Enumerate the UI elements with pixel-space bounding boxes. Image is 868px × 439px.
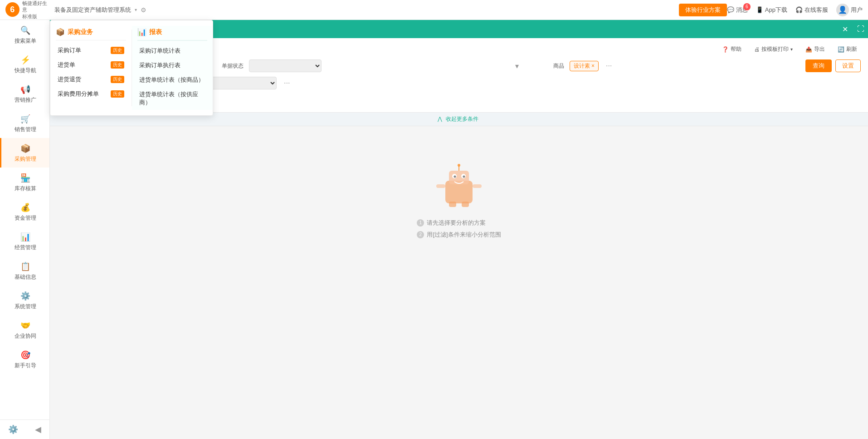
purchase-dropdown-menu: 📦 采购业务 采购订单 历史 进货单 历史 进货退货 历史 采购费用分摊单 历史…	[50, 20, 213, 116]
close-all-tabs-icon[interactable]: ✕	[837, 25, 853, 34]
logo-text: 畅捷通好生意 标准版	[22, 0, 51, 20]
help-btn[interactable]: ❓ 帮助	[718, 44, 745, 55]
product-dots[interactable]: ···	[604, 62, 614, 70]
svg-rect-11	[462, 202, 469, 207]
svg-point-4	[454, 176, 456, 178]
menu-report-item-进货单统计表（按供应商）[interactable]: 进货单统计表（按供应商）	[137, 87, 208, 110]
system-icon: ⚙️	[20, 291, 30, 301]
menu-report-item-采购订单执行表[interactable]: 采购订单执行表	[137, 58, 208, 73]
print-icon: 🖨	[754, 46, 760, 53]
export-icon: 📤	[805, 46, 812, 53]
menu-item-采购费用分摊单[interactable]: 采购费用分摊单 历史	[56, 87, 126, 101]
marketing-icon: 📢	[20, 84, 30, 94]
collapse-icon: ⋀	[438, 116, 442, 122]
sidebar-item-operation[interactable]: 📊 经营管理	[0, 227, 49, 256]
empty-state: 1 请先选择要分析的方案 2 用[过滤]条件来缩小分析范围	[50, 126, 868, 277]
headset-icon: 🎧	[795, 6, 803, 13]
voucher-status-select[interactable]	[249, 59, 322, 72]
refresh-btn[interactable]: 🔄 刷新	[834, 44, 861, 55]
report-title: 📊 报表	[137, 26, 208, 41]
svg-rect-10	[449, 202, 456, 207]
product-tag: 设计素 ×	[570, 61, 599, 71]
newbie-icon: 🎯	[20, 350, 30, 360]
print-arrow-icon: ▾	[790, 47, 793, 52]
refresh-icon: 🔄	[838, 46, 844, 53]
user-item[interactable]: 👤 用户	[836, 4, 863, 16]
phone-icon: 📱	[756, 6, 763, 13]
svg-point-7	[458, 164, 460, 167]
export-btn[interactable]: 📤 导出	[802, 44, 829, 55]
system-title: 装备及固定资产辅助管理系统 ▾ ⚙	[51, 6, 675, 14]
query-button[interactable]: 查询	[805, 59, 832, 72]
online-service-item[interactable]: 🎧 在线客服	[795, 6, 828, 14]
report-icon: 📊	[137, 28, 146, 36]
inventory-icon: 🏪	[20, 173, 30, 183]
message-icon: 💬	[727, 6, 734, 13]
sidebar-item-inventory[interactable]: 🏪 库存核算	[0, 168, 49, 197]
sidebar-item-marketing[interactable]: 📢 营销推广	[0, 79, 49, 109]
message-icon-item[interactable]: 💬 消息 6	[727, 6, 748, 14]
quick-nav-icon: ⚡	[20, 55, 30, 65]
layout: 🔍 搜索菜单 ⚡ 快捷导航 📢 营销推广 🛒 销售管理 📦 采购管理 🏪 库存核…	[0, 20, 868, 439]
sidebar-item-search[interactable]: 🔍 搜索菜单	[0, 20, 49, 49]
finance-icon: 💰	[20, 202, 30, 212]
enterprise-icon: 🤝	[20, 321, 30, 330]
menu-item-进货退货[interactable]: 进货退货 历史	[56, 72, 126, 87]
purchase-icon: 📦	[56, 28, 65, 36]
dropdown-arrow-icon[interactable]: ▾	[135, 7, 137, 12]
salesperson-select[interactable]	[204, 77, 277, 89]
logo: 6 畅捷通好生意 标准版	[5, 0, 51, 20]
sidebar-bottom: ⚙️ ◀	[0, 419, 49, 439]
purchase-icon: 📦	[20, 143, 30, 153]
sidebar-settings-icon[interactable]: ⚙️	[8, 424, 18, 434]
settings-icon[interactable]: ⚙	[141, 6, 146, 14]
app-download-item[interactable]: 📱 App下载	[756, 6, 787, 14]
sidebar: 🔍 搜索菜单 ⚡ 快捷导航 📢 营销推广 🛒 销售管理 📦 采购管理 🏪 库存核…	[0, 20, 50, 439]
purchase-business-title: 📦 采购业务	[56, 26, 126, 40]
operation-icon: 📊	[20, 232, 30, 242]
sidebar-item-basic-info[interactable]: 📋 基础信息	[0, 256, 49, 286]
hint-item-1: 1 请先选择要分析的方案	[417, 217, 501, 229]
sidebar-item-quick-nav[interactable]: ⚡ 快捷导航	[0, 49, 49, 79]
avatar: 👤	[836, 4, 849, 16]
search-icon: 🔍	[20, 25, 30, 35]
sidebar-item-enterprise[interactable]: 🤝 企业协同	[0, 315, 49, 345]
sidebar-item-newbie[interactable]: 🎯 新手引导	[0, 345, 49, 374]
industry-btn[interactable]: 体验行业方案	[679, 4, 727, 16]
voucher-status-dots[interactable]: ▾	[513, 62, 521, 70]
sales-icon: 🛒	[20, 114, 30, 124]
sidebar-item-sales[interactable]: 🛒 销售管理	[0, 109, 49, 138]
salesperson-dots[interactable]: ···	[282, 79, 292, 87]
topbar-right: 💬 消息 6 📱 App下载 🎧 在线客服 👤 用户	[727, 4, 863, 16]
basic-info-icon: 📋	[20, 261, 30, 271]
logo-icon: 6	[5, 2, 20, 17]
print-btn[interactable]: 🖨 按模板打印 ▾	[751, 44, 796, 55]
empty-illustration	[432, 163, 486, 208]
menu-report-item-采购订单统计表[interactable]: 采购订单统计表	[137, 44, 208, 58]
sidebar-item-purchase[interactable]: 📦 采购管理	[0, 138, 49, 168]
report-col: 📊 报表 采购订单统计表采购订单执行表进货单统计表（按商品）进货单统计表（按供应…	[132, 26, 213, 110]
purchase-business-col: 📦 采购业务 采购订单 历史 进货单 历史 进货退货 历史 采购费用分摊单 历史	[50, 26, 132, 110]
menu-item-采购订单[interactable]: 采购订单 历史	[56, 43, 126, 58]
svg-rect-9	[473, 184, 482, 188]
topbar: 6 畅捷通好生意 标准版 装备及固定资产辅助管理系统 ▾ ⚙ 体验行业方案 💬 …	[0, 0, 868, 20]
help-icon: ❓	[722, 46, 729, 53]
set-button[interactable]: 设置	[835, 59, 861, 72]
menu-report-item-进货单统计表（按商品）[interactable]: 进货单统计表（按商品）	[137, 73, 208, 87]
svg-rect-1	[449, 171, 469, 184]
hint-item-2: 2 用[过滤]条件来缩小分析范围	[417, 229, 501, 241]
menu-item-进货单[interactable]: 进货单 历史	[56, 58, 126, 72]
svg-rect-8	[436, 184, 445, 188]
sidebar-item-system[interactable]: ⚙️ 系统管理	[0, 286, 49, 315]
empty-hints: 1 请先选择要分析的方案 2 用[过滤]条件来缩小分析范围	[417, 217, 501, 241]
svg-point-5	[463, 176, 465, 178]
sidebar-item-finance[interactable]: 💰 资金管理	[0, 197, 49, 227]
message-badge: 6	[743, 3, 751, 10]
sidebar-collapse-icon[interactable]: ◀	[35, 424, 41, 434]
expand-tab-icon[interactable]: ⛶	[853, 25, 868, 33]
